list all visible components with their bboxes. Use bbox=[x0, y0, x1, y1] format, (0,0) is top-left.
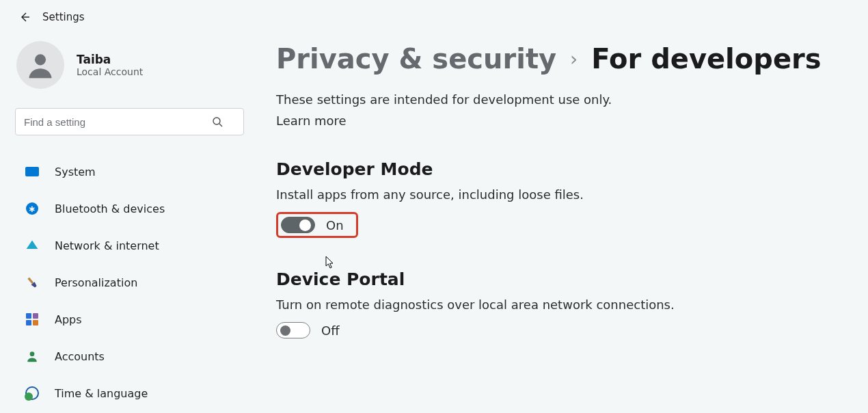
chevron-right-icon: › bbox=[570, 48, 578, 70]
search-input[interactable] bbox=[15, 108, 244, 135]
sidebar-item-accounts[interactable]: Accounts bbox=[15, 341, 234, 372]
developer-mode-title: Developer Mode bbox=[276, 159, 847, 179]
intro-text: These settings are intended for developm… bbox=[276, 92, 847, 107]
breadcrumb-parent[interactable]: Privacy & security bbox=[276, 45, 556, 72]
svg-point-1 bbox=[213, 118, 220, 124]
bluetooth-icon: ∗ bbox=[25, 201, 40, 216]
device-portal-toggle[interactable] bbox=[276, 322, 310, 338]
sidebar-item-label: Personalization bbox=[55, 276, 137, 289]
apps-icon bbox=[25, 312, 40, 327]
avatar bbox=[16, 41, 64, 89]
svg-point-0 bbox=[35, 54, 46, 65]
breadcrumb: Privacy & security › For developers bbox=[276, 45, 847, 73]
developer-mode-desc: Install apps from any source, including … bbox=[276, 187, 847, 202]
accounts-icon bbox=[25, 349, 40, 364]
sidebar-item-bluetooth[interactable]: ∗ Bluetooth & devices bbox=[15, 193, 234, 224]
sidebar-item-apps[interactable]: Apps bbox=[15, 304, 234, 335]
device-portal-title: Device Portal bbox=[276, 269, 847, 289]
developer-mode-toggle[interactable] bbox=[281, 217, 315, 233]
sidebar-item-label: Accounts bbox=[55, 350, 105, 363]
sidebar-item-label: Bluetooth & devices bbox=[55, 202, 165, 215]
sidebar-item-label: System bbox=[55, 165, 96, 178]
sidebar-item-label: Network & internet bbox=[55, 239, 159, 252]
search-icon bbox=[212, 116, 223, 127]
sidebar-item-label: Time & language bbox=[55, 387, 148, 400]
paintbrush-icon bbox=[22, 272, 43, 293]
network-icon bbox=[25, 238, 40, 253]
globe-icon bbox=[25, 386, 40, 401]
device-portal-desc: Turn on remote diagnostics over local ar… bbox=[276, 297, 847, 312]
svg-point-3 bbox=[30, 351, 35, 356]
sidebar-item-system[interactable]: System bbox=[15, 156, 234, 187]
developer-mode-toggle-highlight: On bbox=[276, 212, 358, 238]
app-title: Settings bbox=[42, 11, 85, 23]
sidebar-item-network[interactable]: Network & internet bbox=[15, 230, 234, 261]
device-portal-toggle-label: Off bbox=[321, 323, 340, 338]
breadcrumb-current: For developers bbox=[591, 45, 821, 72]
account-type: Local Account bbox=[77, 66, 143, 77]
sidebar-item-time-language[interactable]: Time & language bbox=[15, 377, 234, 409]
account-name: Taiba bbox=[77, 53, 143, 66]
svg-rect-2 bbox=[27, 278, 33, 284]
developer-mode-toggle-label: On bbox=[326, 218, 344, 232]
sidebar-item-personalization[interactable]: Personalization bbox=[15, 267, 234, 298]
sidebar-item-label: Apps bbox=[55, 313, 82, 326]
main-content: Privacy & security › For developers Thes… bbox=[247, 31, 868, 409]
system-icon bbox=[25, 164, 40, 179]
account-block[interactable]: Taiba Local Account bbox=[16, 41, 234, 89]
back-button[interactable] bbox=[19, 12, 30, 23]
learn-more-link[interactable]: Learn more bbox=[276, 114, 347, 128]
sidebar: Taiba Local Account System ∗ Bluetooth &… bbox=[0, 31, 247, 409]
